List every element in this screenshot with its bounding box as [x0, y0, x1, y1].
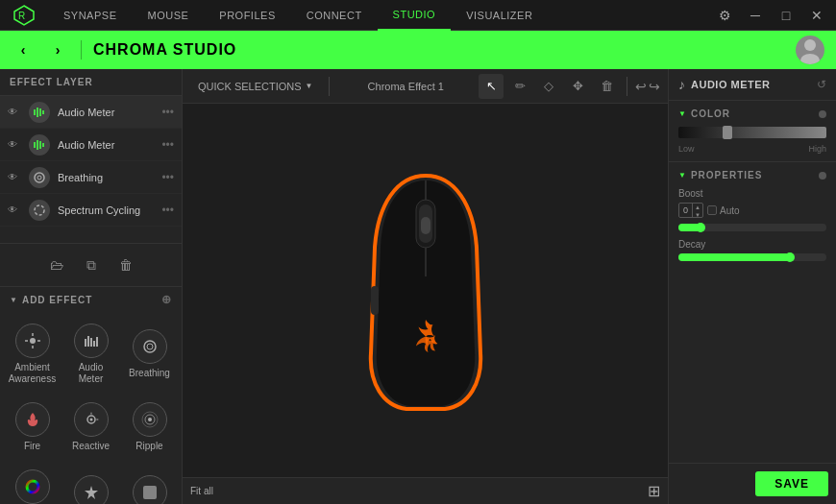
- menu-connect[interactable]: CONNECT: [291, 0, 378, 31]
- add-icon[interactable]: ⊕: [161, 293, 172, 306]
- undo-icon[interactable]: ↩: [635, 79, 647, 94]
- effect-icon-breathing: [29, 167, 50, 188]
- color-dot[interactable]: [819, 110, 826, 118]
- cursor-tool[interactable]: ↖: [479, 74, 504, 99]
- svg-point-12: [35, 173, 44, 182]
- menu-items: SYNAPSE MOUSE PROFILES CONNECT STUDIO VI…: [48, 0, 713, 31]
- decay-slider[interactable]: [678, 253, 826, 261]
- layer-options[interactable]: •••: [161, 106, 174, 119]
- close-icon[interactable]: ✕: [805, 4, 828, 27]
- effect-spectrum[interactable]: SpectrumCycling: [4, 462, 61, 504]
- eraser-tool[interactable]: ◇: [536, 74, 561, 99]
- menu-synapse[interactable]: SYNAPSE: [48, 0, 132, 31]
- redo-icon[interactable]: ↪: [649, 79, 660, 94]
- effect-breathing[interactable]: Breathing: [121, 316, 178, 393]
- add-effect-header[interactable]: ▼ ADD EFFECT ⊕: [0, 287, 182, 312]
- effect-label: AmbientAwareness: [9, 362, 56, 385]
- prop-arrow: ▼: [678, 171, 687, 180]
- properties-section: ▼ PROPERTIES Boost 0 ▲ ▼: [669, 161, 836, 265]
- prop-dot[interactable]: [819, 172, 826, 180]
- layer-item[interactable]: 👁 Audio Meter •••: [0, 96, 182, 129]
- layer-options[interactable]: •••: [161, 171, 174, 184]
- pen-tool[interactable]: ✏: [507, 74, 532, 99]
- layer-name: Breathing: [58, 172, 161, 183]
- svg-point-2: [804, 39, 816, 51]
- menu-studio[interactable]: STUDIO: [378, 0, 452, 31]
- stepper-arrows[interactable]: ▲ ▼: [693, 204, 702, 217]
- zoom-icon[interactable]: ⊞: [648, 482, 660, 500]
- properties-label: PROPERTIES: [691, 170, 762, 180]
- delete-button[interactable]: 🗑: [112, 252, 139, 278]
- color-label: COLOR: [691, 108, 730, 119]
- folder-button[interactable]: 🗁: [43, 252, 70, 278]
- effect-fire[interactable]: Fire: [4, 395, 61, 460]
- layer-name: Audio Meter: [58, 107, 161, 118]
- layer-item[interactable]: 👁 Audio Meter •••: [0, 129, 182, 161]
- starlight-icon: [74, 475, 109, 504]
- decay-handle[interactable]: [785, 252, 795, 262]
- layer-options[interactable]: •••: [161, 204, 174, 217]
- boost-label: Boost: [678, 188, 826, 199]
- center-toolbar: QUICK SELECTIONS ▼ Chroma Effect 1 ↖ ✏ ◇…: [183, 69, 668, 104]
- down-arrow[interactable]: ▼: [693, 211, 702, 219]
- ripple-icon: [133, 402, 167, 437]
- bottom-bar: Fit all ⊞: [183, 477, 668, 504]
- eye-icon[interactable]: 👁: [8, 172, 23, 182]
- layer-item[interactable]: 👁 Spectrum Cycling •••: [0, 194, 182, 227]
- svg-rect-6: [39, 108, 41, 116]
- menu-profiles[interactable]: PROFILES: [204, 0, 290, 31]
- settings-icon[interactable]: ⚙: [713, 4, 736, 27]
- back-button[interactable]: ‹: [12, 38, 35, 61]
- auto-checkbox[interactable]: Auto: [707, 205, 740, 216]
- eye-icon[interactable]: 👁: [8, 139, 23, 150]
- effect-ambient[interactable]: AmbientAwareness: [4, 316, 61, 393]
- svg-text:R: R: [18, 11, 25, 21]
- copy-button[interactable]: ⧉: [78, 252, 105, 278]
- eye-icon[interactable]: 👁: [8, 107, 23, 117]
- add-effect-section: ▼ ADD EFFECT ⊕ Ambi: [0, 286, 182, 504]
- fit-all-button[interactable]: Fit all: [190, 486, 213, 496]
- center-area: QUICK SELECTIONS ▼ Chroma Effect 1 ↖ ✏ ◇…: [183, 69, 668, 504]
- effect-ripple[interactable]: Ripple: [121, 395, 178, 460]
- quick-selections[interactable]: QUICK SELECTIONS ▼: [190, 81, 321, 92]
- forward-button[interactable]: ›: [46, 38, 69, 61]
- eye-icon[interactable]: 👁: [8, 204, 23, 215]
- auto-check[interactable]: [707, 205, 717, 215]
- effect-starlight[interactable]: Starlight: [62, 462, 119, 504]
- effect-static[interactable]: Static: [121, 462, 178, 504]
- boost-stepper[interactable]: 0 ▲ ▼: [678, 203, 703, 218]
- maximize-icon[interactable]: □: [775, 4, 798, 27]
- refresh-icon[interactable]: ↺: [817, 78, 826, 91]
- save-button[interactable]: SAVE: [755, 471, 828, 496]
- high-label: High: [808, 144, 826, 154]
- boost-row: Boost 0 ▲ ▼ Auto: [669, 184, 836, 235]
- up-arrow[interactable]: ▲: [693, 204, 702, 211]
- reactive-icon: [74, 402, 109, 437]
- menu-mouse[interactable]: MOUSE: [132, 0, 204, 31]
- toolbar-divider2: [627, 77, 627, 96]
- svg-rect-24: [96, 337, 98, 347]
- effect-reactive[interactable]: Reactive: [62, 395, 119, 460]
- static-icon: [133, 475, 167, 504]
- svg-point-28: [89, 419, 92, 421]
- svg-point-14: [35, 205, 44, 215]
- svg-point-25: [144, 341, 156, 352]
- effect-audiometer[interactable]: Audio Meter: [62, 316, 119, 393]
- decay-fill: [678, 253, 790, 261]
- menu-visualizer[interactable]: VISUALIZER: [451, 0, 548, 31]
- boost-handle[interactable]: [696, 223, 705, 232]
- move-tool[interactable]: ✥: [565, 74, 590, 99]
- layer-options[interactable]: •••: [161, 138, 174, 152]
- boost-slider[interactable]: [678, 224, 826, 231]
- minimize-icon[interactable]: ─: [744, 4, 767, 27]
- svg-marker-33: [85, 486, 98, 499]
- layer-item[interactable]: 👁 Breathing •••: [0, 161, 182, 194]
- svg-rect-4: [34, 109, 36, 115]
- panel-title: AUDIO METER: [691, 79, 811, 90]
- color-gradient-bar[interactable]: [678, 127, 826, 138]
- color-slider-thumb[interactable]: [723, 126, 732, 139]
- avatar[interactable]: [796, 36, 824, 64]
- svg-point-26: [147, 344, 153, 349]
- delete-tool[interactable]: 🗑: [594, 74, 619, 99]
- svg-rect-45: [371, 286, 379, 315]
